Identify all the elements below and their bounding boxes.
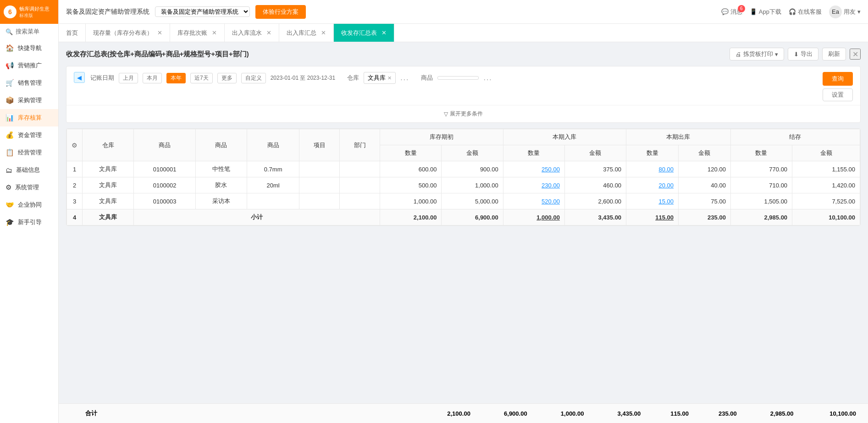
sidebar-item-inventory[interactable]: 📊 库存核算 bbox=[0, 109, 58, 126]
date-btn-last-month[interactable]: 上月 bbox=[119, 73, 138, 83]
sidebar-item-quick-nav[interactable]: 🏠 快捷导航 bbox=[0, 39, 58, 57]
date-btn-this-year[interactable]: 本年 bbox=[166, 73, 186, 83]
goods-dots[interactable]: ... bbox=[483, 74, 492, 82]
warehouse-tag-wrap: 文具库 ✕ bbox=[364, 72, 396, 84]
cart-icon: 🛒 bbox=[6, 79, 14, 87]
user-menu-btn[interactable]: Ea 用友 ▾ bbox=[829, 5, 861, 18]
date-btn-custom[interactable]: 自定义 bbox=[241, 73, 266, 83]
subtotal-opening-amt: 6,900.00 bbox=[442, 209, 503, 225]
total-in-qty: 1,000.00 bbox=[532, 407, 589, 419]
sidebar-item-operations[interactable]: 📋 经营管理 bbox=[0, 144, 58, 161]
filter-query-btns: 查询 设置 bbox=[823, 72, 853, 101]
tab-close-stock-dist[interactable]: ✕ bbox=[157, 29, 162, 36]
message-badge: 6 bbox=[738, 5, 745, 12]
folder-icon: 🗂 bbox=[6, 166, 12, 174]
data-table-wrapper: ⚙ 仓库 商品 商品 商品 项目 部门 库存期初 本期入库 本期出库 结存 bbox=[66, 128, 861, 226]
warehouse-label: 仓库 bbox=[347, 74, 359, 82]
row-closing-amt: 1,420.00 bbox=[792, 177, 860, 193]
row-in-qty[interactable]: 520.00 bbox=[503, 193, 564, 209]
filter-setting-btn[interactable]: 设置 bbox=[823, 88, 853, 101]
row-department bbox=[340, 193, 380, 209]
handshake-icon: 🤝 bbox=[6, 201, 14, 209]
messages-btn[interactable]: 💬 消息 6 bbox=[721, 8, 742, 16]
row-opening-amt: 900.00 bbox=[442, 161, 503, 177]
row-out-qty[interactable]: 20.00 bbox=[626, 177, 679, 193]
data-table: ⚙ 仓库 商品 商品 商品 项目 部门 库存期初 本期入库 本期出库 结存 bbox=[66, 129, 860, 225]
tab-batch[interactable]: 库存批次账 ✕ bbox=[170, 24, 225, 42]
trial-btn[interactable]: 体验行业方案 bbox=[255, 5, 306, 19]
subtotal-in-qty: 1,000.00 bbox=[503, 209, 564, 225]
sidebar-item-sales[interactable]: 🛒 销售管理 bbox=[0, 74, 58, 92]
graduate-icon: 🎓 bbox=[6, 218, 14, 226]
goods-input-wrap[interactable] bbox=[437, 76, 479, 80]
row-closing-qty: 1,505.00 bbox=[730, 193, 792, 209]
money-icon: 💰 bbox=[6, 131, 14, 139]
export-btn[interactable]: ⬇ 导出 bbox=[788, 48, 818, 60]
row-in-amt: 375.00 bbox=[564, 161, 626, 177]
date-btn-7days[interactable]: 近7天 bbox=[190, 73, 213, 83]
logo-number: 6 bbox=[8, 8, 12, 16]
sidebar-item-finance[interactable]: 💰 资金管理 bbox=[0, 126, 58, 144]
box-icon: 📦 bbox=[6, 96, 14, 104]
col-opening-header: 库存期初 bbox=[380, 129, 503, 145]
row-warehouse: 文具库 bbox=[83, 193, 134, 209]
export-icon: ⬇ bbox=[794, 51, 799, 58]
row-in-qty[interactable]: 230.00 bbox=[503, 177, 564, 193]
row-out-qty[interactable]: 15.00 bbox=[626, 193, 679, 209]
sidebar-item-purchase[interactable]: 📦 采购管理 bbox=[0, 92, 58, 109]
date-btn-this-month[interactable]: 本月 bbox=[143, 73, 162, 83]
total-empty1 bbox=[66, 407, 81, 419]
sidebar-item-enterprise[interactable]: 🤝 企业协同 bbox=[0, 196, 58, 214]
col-settings[interactable]: ⚙ bbox=[67, 129, 83, 161]
refresh-btn[interactable]: 刷新 bbox=[822, 48, 846, 60]
filter-panel: ◀ 记账日期 上月 本月 本年 近7天 更多 自定义 20 bbox=[66, 66, 861, 123]
online-service-btn[interactable]: 🎧 在线客服 bbox=[789, 8, 822, 16]
system-selector[interactable]: 装备及固定资产辅助管理系统 bbox=[155, 6, 250, 17]
sidebar-search[interactable]: 🔍 搜索菜单 bbox=[0, 24, 58, 39]
tab-flow[interactable]: 出入库流水 ✕ bbox=[225, 24, 279, 42]
filter-collapse-btn[interactable]: ◀ bbox=[74, 72, 85, 83]
sidebar-item-marketing[interactable]: 📢 营销推广 bbox=[0, 57, 58, 74]
tab-close-batch[interactable]: ✕ bbox=[212, 29, 217, 36]
sidebar-item-base-info[interactable]: 🗂 基础信息 bbox=[0, 161, 58, 179]
filter-fields: 记账日期 上月 本月 本年 近7天 更多 自定义 2023-01-01 至 20… bbox=[90, 72, 817, 87]
row-in-amt: 2,600.00 bbox=[564, 193, 626, 209]
row-out-qty[interactable]: 80.00 bbox=[626, 161, 679, 177]
subtotal-out-amt: 235.00 bbox=[678, 209, 730, 225]
date-btn-more[interactable]: 更多 bbox=[217, 73, 237, 83]
tab-stock-dist[interactable]: 现存量（库存分布表） ✕ bbox=[86, 24, 170, 42]
tab-home[interactable]: 首页 bbox=[59, 24, 86, 42]
page-close-btn[interactable]: ✕ bbox=[850, 49, 861, 60]
row-opening-amt: 1,000.00 bbox=[442, 177, 503, 193]
footer-table: 合计 2,100.00 6,900.00 1,000.00 3,435.00 1… bbox=[66, 407, 861, 419]
headset-icon: 🎧 bbox=[789, 8, 796, 15]
tab-receipt-summary[interactable]: 收发存汇总表 ✕ bbox=[334, 24, 394, 42]
main-area: 装备及固定资产辅助管理系统 装备及固定资产辅助管理系统 体验行业方案 💬 消息 … bbox=[59, 0, 868, 423]
tab-close-flow[interactable]: ✕ bbox=[266, 29, 271, 36]
warehouse-dots[interactable]: ... bbox=[400, 74, 409, 82]
tab-summary-out[interactable]: 出入库汇总 ✕ bbox=[279, 24, 334, 42]
header-left: 装备及固定资产辅助管理系统 装备及固定资产辅助管理系统 体验行业方案 bbox=[66, 5, 306, 19]
sidebar-logo: 6 畅库调好生意 标准版 bbox=[0, 0, 58, 24]
col-project-header: 项目 bbox=[299, 129, 340, 161]
expand-conditions-btn[interactable]: ▽ 展开更多条件 bbox=[444, 108, 483, 120]
total-closing-amt: 10,100.00 bbox=[798, 407, 861, 419]
sidebar: 6 畅库调好生意 标准版 🔍 搜索菜单 🏠 快捷导航 📢 营销推广 🛒 销售管理… bbox=[0, 0, 59, 423]
query-btn[interactable]: 查询 bbox=[823, 72, 853, 86]
total-closing-qty: 2,985.00 bbox=[741, 407, 798, 419]
col-goodsspec-header: 商品 bbox=[247, 129, 299, 161]
print-btn[interactable]: 🖨 拣货板打印 ▾ bbox=[730, 48, 784, 60]
tab-close-summary-out[interactable]: ✕ bbox=[321, 29, 326, 36]
sidebar-item-newbie[interactable]: 🎓 新手引导 bbox=[0, 214, 58, 231]
print-icon: 🖨 bbox=[735, 51, 741, 58]
row-in-qty[interactable]: 250.00 bbox=[503, 161, 564, 177]
table-gear-icon[interactable]: ⚙ bbox=[72, 142, 77, 149]
sidebar-item-system[interactable]: ⚙ 系统管理 bbox=[0, 179, 58, 196]
warehouse-tag-close[interactable]: ✕ bbox=[387, 75, 392, 81]
content-scroll: 收发存汇总表(按仓库+商品编码+商品+规格型号+项目+部门) 🖨 拣货板打印 ▾… bbox=[59, 42, 868, 403]
tab-close-receipt-summary[interactable]: ✕ bbox=[381, 29, 387, 36]
goods-label: 商品 bbox=[421, 74, 433, 82]
app-download-btn[interactable]: 📱 App下载 bbox=[750, 8, 781, 16]
header-right: 💬 消息 6 📱 App下载 🎧 在线客服 Ea 用友 ▾ bbox=[721, 5, 861, 18]
col-closing-amt: 金额 bbox=[792, 145, 860, 161]
